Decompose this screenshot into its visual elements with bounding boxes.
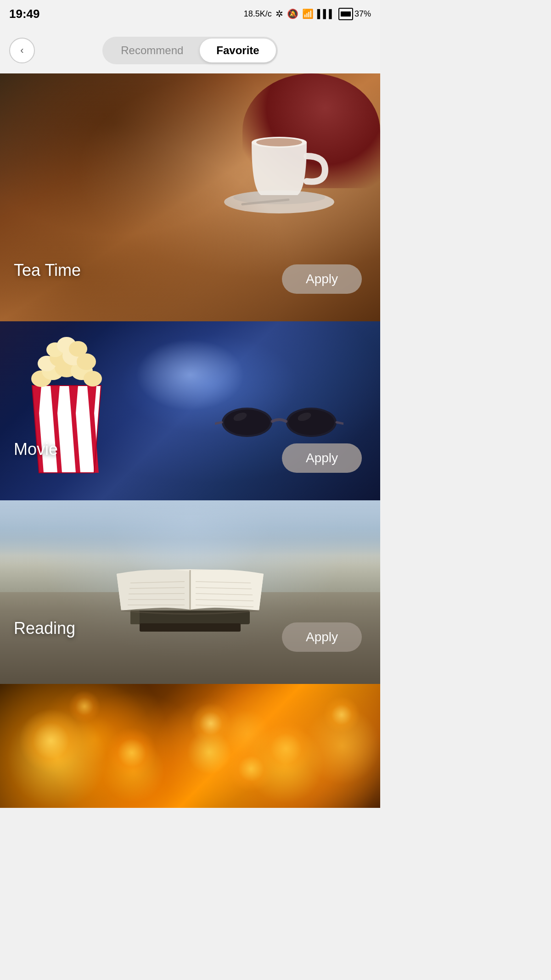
svg-rect-38 bbox=[140, 623, 241, 632]
cards-container: Tea Time Apply bbox=[0, 73, 380, 808]
svg-line-21 bbox=[215, 422, 222, 425]
network-speed: 18.5K/c bbox=[244, 9, 272, 19]
card-reading: Reading Apply bbox=[0, 500, 380, 684]
status-icons: 18.5K/c ✲ 🔕 📶 ▌▌▌ 37% bbox=[244, 8, 371, 20]
battery-icon: 37% bbox=[338, 8, 371, 20]
glasses-illustration bbox=[215, 399, 343, 445]
back-chevron-icon: ‹ bbox=[20, 45, 23, 56]
card-bokeh bbox=[0, 684, 380, 808]
svg-point-18 bbox=[224, 409, 270, 435]
back-button[interactable]: ‹ bbox=[9, 38, 35, 63]
signal-icon: ▌▌▌ bbox=[317, 9, 335, 19]
bluetooth-icon: ✲ bbox=[276, 8, 283, 19]
tea-time-apply-button[interactable]: Apply bbox=[282, 264, 362, 294]
movie-label: Movie bbox=[14, 440, 58, 459]
bokeh-overlay bbox=[0, 684, 380, 808]
battery-percent: 37% bbox=[354, 9, 371, 19]
tea-cup-illustration bbox=[215, 96, 343, 225]
tea-time-label: Tea Time bbox=[14, 261, 81, 280]
card-tea-time: Tea Time Apply bbox=[0, 73, 380, 321]
svg-point-16 bbox=[69, 341, 87, 357]
svg-point-20 bbox=[288, 409, 334, 435]
status-time: 19:49 bbox=[9, 7, 40, 21]
status-bar: 19:49 18.5K/c ✲ 🔕 📶 ▌▌▌ 37% bbox=[0, 0, 380, 28]
mute-icon: 🔕 bbox=[287, 8, 298, 19]
svg-line-22 bbox=[337, 422, 343, 425]
books-illustration bbox=[103, 537, 277, 638]
tab-switcher: Recommend Favorite bbox=[102, 37, 277, 64]
card-movie: Movie Apply bbox=[0, 321, 380, 500]
svg-point-9 bbox=[84, 371, 102, 386]
svg-point-3 bbox=[256, 138, 302, 146]
tab-favorite[interactable]: Favorite bbox=[200, 39, 276, 62]
reading-apply-button[interactable]: Apply bbox=[282, 622, 362, 652]
tab-recommend[interactable]: Recommend bbox=[104, 39, 200, 62]
header: ‹ Recommend Favorite bbox=[0, 28, 380, 73]
svg-line-30 bbox=[129, 594, 185, 594]
movie-apply-button[interactable]: Apply bbox=[282, 443, 362, 473]
wifi-icon: 📶 bbox=[302, 8, 314, 19]
reading-label: Reading bbox=[14, 619, 75, 638]
